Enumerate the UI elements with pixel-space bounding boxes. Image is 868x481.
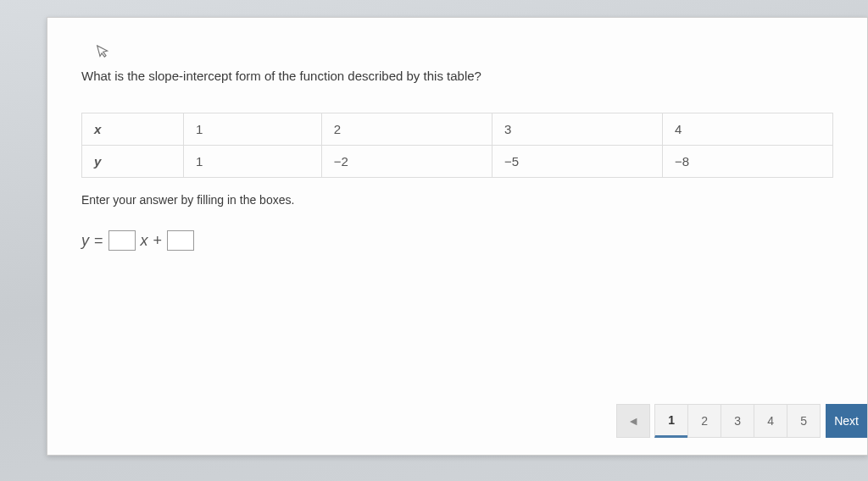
table-cell: −2	[321, 146, 492, 178]
prev-button[interactable]: ◄	[616, 404, 650, 438]
cursor-icon	[96, 42, 112, 64]
table-row: y 1 −2 −5 −8	[82, 146, 833, 178]
page-button-1[interactable]: 1	[654, 404, 688, 438]
page-button-2[interactable]: 2	[687, 404, 721, 438]
pagination: ◄ 1 2 3 4 5 Next	[617, 404, 867, 438]
table-cell: 1	[184, 113, 322, 146]
equation-equals: =	[94, 232, 103, 250]
table-cell: −8	[662, 146, 832, 178]
question-card: What is the slope-intercept form of the …	[47, 17, 868, 456]
table-cell: 1	[184, 146, 322, 178]
page-button-4[interactable]: 4	[754, 404, 787, 438]
equation-var: x	[141, 232, 148, 250]
intercept-input[interactable]	[167, 230, 194, 251]
table-cell: 4	[662, 113, 832, 146]
question-prompt: What is the slope-intercept form of the …	[81, 69, 833, 83]
table-cell: 3	[492, 113, 662, 146]
table-cell: 2	[321, 113, 492, 146]
next-button[interactable]: Next	[826, 404, 867, 438]
row-label-x: x	[82, 113, 184, 146]
table-cell: −5	[492, 146, 662, 178]
instruction-text: Enter your answer by filling in the boxe…	[81, 193, 833, 207]
row-label-y: y	[82, 146, 184, 178]
equation-lhs: y	[81, 232, 89, 250]
table-row: x 1 2 3 4	[82, 113, 833, 146]
page-button-3[interactable]: 3	[721, 404, 754, 438]
page-button-5[interactable]: 5	[787, 404, 821, 438]
data-table: x 1 2 3 4 y 1 −2 −5 −8	[81, 113, 833, 178]
equation-op: +	[153, 232, 163, 250]
slope-input[interactable]	[108, 230, 136, 251]
equation-line: y = x +	[81, 230, 833, 251]
